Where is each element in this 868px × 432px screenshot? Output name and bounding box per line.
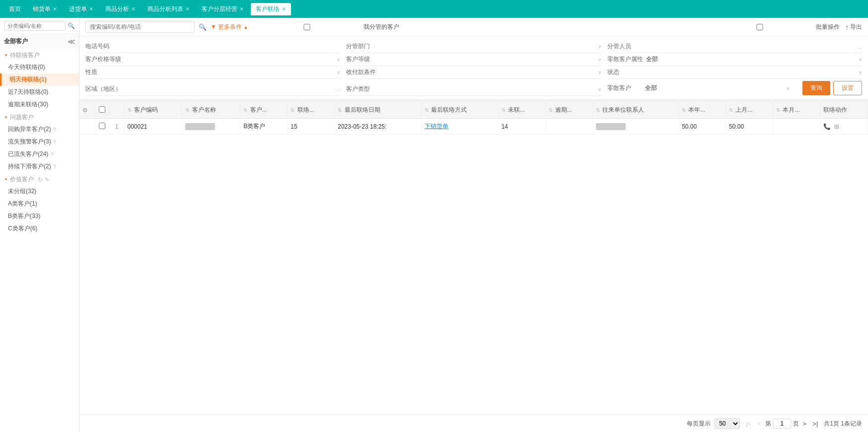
row-action-more-icon[interactable]: ⊞ xyxy=(834,123,839,130)
col-unit-contact-sort[interactable]: ⇅ xyxy=(596,107,600,113)
value-edit-icon[interactable]: ✎ xyxy=(45,176,50,183)
col-last-contact-method-sort[interactable]: ⇅ xyxy=(425,107,429,113)
main-search-icon[interactable]: 🔍 xyxy=(199,23,207,31)
sidebar-item-today[interactable]: 今天待联络(0) xyxy=(0,61,79,73)
col-last-month-sort[interactable]: ⇅ xyxy=(729,107,733,113)
filter-price-level-arrow: ∨ xyxy=(337,57,340,62)
sidebar-collapse-icon[interactable]: ≪ xyxy=(68,38,75,46)
filter-status-select[interactable]: ∨ xyxy=(645,70,862,75)
filter-label: 更多条件 xyxy=(218,23,242,31)
sidebar-item-repurchase-abnormal[interactable]: 回购异常客户(2) ? xyxy=(0,123,79,136)
query-btn[interactable]: 查询 xyxy=(802,81,830,95)
my-customers-checkbox[interactable] xyxy=(252,24,362,30)
filter-dept-select[interactable]: ∨ xyxy=(384,44,601,49)
col-unit-contact: ⇅ 往来单位联系人 xyxy=(592,102,679,119)
sidebar-item-overdue[interactable]: 逾期未联络(30) xyxy=(0,98,79,111)
first-page-btn[interactable]: |< xyxy=(744,419,753,429)
filter-manager-select[interactable]: ... xyxy=(645,43,862,50)
filter-retail-select[interactable]: 全部 ∨ xyxy=(645,84,790,92)
nav-product-analysis-close[interactable]: ✕ xyxy=(131,6,136,12)
filter-phone-input[interactable] xyxy=(123,43,340,50)
churned-help-icon[interactable]: ? xyxy=(50,151,53,157)
sidebar-item-class-a[interactable]: A类客户(1) xyxy=(0,198,79,210)
filter-region-dots[interactable]: ... xyxy=(335,85,340,92)
row-customer-code: 000021 xyxy=(124,119,182,135)
last-page-btn[interactable]: >| xyxy=(810,419,820,429)
filter-payment-select[interactable]: ∨ xyxy=(384,70,601,75)
next-page-btn[interactable]: > xyxy=(801,419,809,429)
sidebar-all-customers[interactable]: 全部客户 ≪ xyxy=(0,34,79,49)
sidebar-item-class-c[interactable]: C类客户(6) xyxy=(0,222,79,235)
sidebar-group-pending[interactable]: ▼ 待联络客户 xyxy=(0,49,79,61)
filter-customer-level-select[interactable]: ∨ xyxy=(384,57,601,62)
sidebar-item-7days[interactable]: 近7天待联络(0) xyxy=(0,86,79,98)
sidebar-search-icon[interactable]: 🔍 xyxy=(68,22,75,29)
filter-retail: 零散客户 全部 ∨ 查询 设置 xyxy=(607,79,862,99)
prev-page-btn[interactable]: < xyxy=(755,419,763,429)
col-customer-name-sort[interactable]: ⇅ xyxy=(185,107,189,113)
nav-customer-contact-label: 客户联络 xyxy=(256,5,280,13)
nav-customer-stratification-close[interactable]: ✕ xyxy=(239,6,244,12)
col-customer-type-sort[interactable]: ⇅ xyxy=(243,107,247,113)
row-unit-contact-blurred xyxy=(596,123,626,130)
nav-home[interactable]: 首页 xyxy=(4,3,26,15)
col-not-contacted-sort[interactable]: ⇅ xyxy=(502,107,506,113)
sidebar-item-churn-warning[interactable]: 流失预警客户(3) ? xyxy=(0,136,79,148)
sidebar-group-problem[interactable]: ▼ 问题客户 xyxy=(0,111,79,123)
nav-purchase[interactable]: 进货单 ✕ xyxy=(64,3,98,15)
nav-customer-stratification[interactable]: 客户分层经营 ✕ xyxy=(197,3,249,15)
batch-op-btn[interactable]: 批量操作 xyxy=(705,23,840,31)
filter-retail-attr-select[interactable]: 全部 ∨ xyxy=(646,55,862,64)
export-btn[interactable]: ↑ 导出 xyxy=(846,23,863,31)
col-contact-sort[interactable]: ⇅ xyxy=(290,107,294,113)
filter-nature-select[interactable]: ∨ xyxy=(123,70,340,75)
nav-product-analysis-list-close[interactable]: ✕ xyxy=(185,6,190,12)
nav-customer-contact-close[interactable]: ✕ xyxy=(282,6,286,12)
nav-sales[interactable]: 销货单 ✕ xyxy=(28,3,62,15)
row-action-phone-icon[interactable]: 📞 xyxy=(823,123,831,130)
settings-gear-icon[interactable]: ⚙ xyxy=(82,107,88,114)
nav-product-analysis-list[interactable]: 商品分析列表 ✕ xyxy=(143,3,195,15)
col-this-month-sort[interactable]: ⇅ xyxy=(776,107,780,113)
filter-retail-arrow: ∨ xyxy=(786,85,790,91)
col-this-year-sort[interactable]: ⇅ xyxy=(682,107,686,113)
filter-manager-dots[interactable]: ... xyxy=(857,43,862,50)
settings-btn[interactable]: 设置 xyxy=(833,81,862,95)
repurchase-help-icon[interactable]: ? xyxy=(53,127,56,133)
filter-retail-value: 全部 xyxy=(645,84,657,92)
main-search-input[interactable] xyxy=(85,21,195,33)
nav-sales-close[interactable]: ✕ xyxy=(53,6,57,12)
per-page-select[interactable]: 50 100 200 xyxy=(715,418,740,429)
col-index xyxy=(109,102,124,119)
filter-price-level-select[interactable]: ∨ xyxy=(124,57,340,62)
col-customer-code-sort[interactable]: ⇅ xyxy=(128,107,132,113)
sidebar-item-churned[interactable]: 已流失客户(24) ? xyxy=(0,148,79,160)
nav-purchase-close[interactable]: ✕ xyxy=(89,6,93,12)
nav-product-analysis[interactable]: 商品分析 ✕ xyxy=(100,3,141,15)
col-overdue-sort[interactable]: ⇅ xyxy=(549,107,553,113)
row-last-contact-method-value[interactable]: 下销货单 xyxy=(425,123,448,130)
sidebar-item-tomorrow-label: 明天待联络(1) xyxy=(9,75,47,84)
row-not-contacted-value: 14 xyxy=(502,123,508,130)
nav-customer-contact[interactable]: 客户联络 ✕ xyxy=(251,3,291,15)
sidebar-item-declining[interactable]: 持续下滑客户(2) ? xyxy=(0,160,79,173)
sidebar-item-unclassified[interactable]: 未分组(32) xyxy=(0,185,79,198)
sidebar-search-input[interactable] xyxy=(4,21,66,31)
sidebar-group-value[interactable]: ▼ 价值客户 ↻ ✎ xyxy=(0,173,79,185)
filter-more-btn[interactable]: ▼ 更多条件 ▲ xyxy=(211,23,248,31)
declining-help-icon[interactable]: ? xyxy=(53,164,56,170)
value-refresh-icon[interactable]: ↻ xyxy=(38,176,43,183)
page-input[interactable] xyxy=(773,419,791,429)
batch-op-checkbox[interactable] xyxy=(705,24,814,30)
row-checkbox[interactable] xyxy=(99,123,105,129)
filter-customer-type-select[interactable]: ∨ xyxy=(384,86,601,92)
select-all-checkbox[interactable] xyxy=(99,106,105,113)
filter-region-select[interactable]: ... xyxy=(124,85,340,92)
churn-warning-help-icon[interactable]: ? xyxy=(53,139,56,145)
filter-phone-label: 电话号码 xyxy=(85,42,120,51)
row-customer-type-value: B类客户 xyxy=(243,123,265,130)
sidebar-item-class-b[interactable]: B类客户(33) xyxy=(0,210,79,222)
filter-phone: 电话号码 xyxy=(85,40,340,53)
sidebar-item-tomorrow[interactable]: 明天待联络(1) xyxy=(0,73,79,86)
col-last-contact-date-sort[interactable]: ⇅ xyxy=(338,107,342,113)
